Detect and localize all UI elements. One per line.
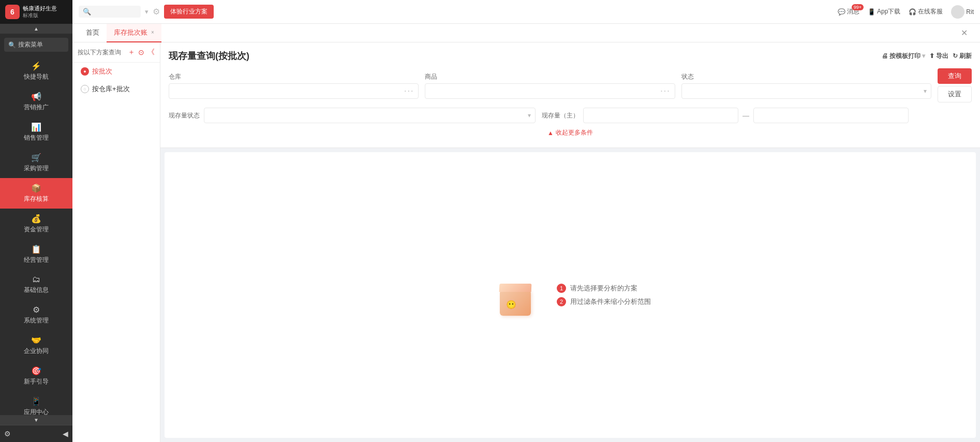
product-input[interactable]: ··· bbox=[425, 83, 675, 99]
scheme-item-by-warehouse-batch[interactable]: ○ 按仓库+批次 bbox=[72, 80, 160, 98]
sidebar-header: 6 畅康通好生意 标准版 bbox=[0, 0, 72, 24]
empty-hint-1: 1 请先选择要分析的方案 bbox=[557, 284, 651, 293]
sidebar-item-newbie[interactable]: 🎯 新手引导 bbox=[0, 361, 72, 391]
purchase-icon: 🛒 bbox=[31, 153, 41, 163]
content-area: 按以下方案查询 ＋ ⊙ 《 ● 按批次 ○ 按仓库+批次 现存量查询( bbox=[72, 42, 980, 442]
warehouse-filter: 仓库 ··· bbox=[169, 72, 419, 99]
hint-number-2: 2 bbox=[557, 297, 566, 306]
trial-button[interactable]: 体验行业方案 bbox=[164, 5, 214, 19]
sidebar: 6 畅康通好生意 标准版 ▲ 🔍 搜索菜单 ⚡ 快捷导航 📢 营销推广 📊 销售… bbox=[0, 0, 72, 442]
operation-icon: 📋 bbox=[31, 244, 41, 254]
sidebar-item-inventory[interactable]: 📦 库存核算 bbox=[0, 178, 72, 209]
scheme-settings-button[interactable]: ⊙ bbox=[138, 48, 144, 56]
empty-state: 😶 1 请先选择要分析的方案 2 用过滤条件来缩小分析范围 bbox=[165, 152, 976, 438]
right-panel: 现存量查询(按批次) 🖨 按模板打印 ▾ ⬆ 导出 ↻ bbox=[160, 42, 980, 442]
sidebar-search-area: 🔍 搜索菜单 bbox=[0, 34, 72, 56]
basic-icon: 🗂 bbox=[32, 275, 40, 284]
empty-hint-2: 2 用过滤条件来缩小分析范围 bbox=[557, 297, 651, 306]
sidebar-nav: ⚡ 快捷导航 📢 营销推广 📊 销售管理 🛒 采购管理 📦 库存核算 💰 资金管… bbox=[0, 56, 72, 415]
topbar-dropdown-icon[interactable]: ▾ bbox=[145, 8, 149, 16]
page-title: 现存量查询(按批次) 🖨 按模板打印 ▾ ⬆ 导出 ↻ bbox=[169, 50, 972, 62]
sidebar-scroll-up[interactable]: ▲ bbox=[0, 24, 72, 34]
stock-status-select[interactable]: ▾ bbox=[204, 108, 536, 123]
sidebar-item-operation[interactable]: 📋 经营管理 bbox=[0, 239, 72, 270]
sidebar-item-enterprise[interactable]: 🤝 企业协同 bbox=[0, 330, 72, 361]
edition-label: 标准版 bbox=[23, 12, 57, 19]
sidebar-item-finance[interactable]: 💰 资金管理 bbox=[0, 209, 72, 239]
collapse-icon: ▲ bbox=[547, 129, 554, 137]
query-button[interactable]: 查询 bbox=[938, 68, 972, 84]
system-icon: ⚙ bbox=[33, 305, 40, 315]
sidebar-collapse-button[interactable]: ◀ bbox=[63, 430, 68, 438]
topbar: 🔍 ▾ ⚙ 体验行业方案 💬 消息 99+ 📱 App下载 🎧 在线客服 Rit bbox=[72, 0, 980, 24]
app-download-button[interactable]: 📱 App下载 bbox=[868, 7, 900, 16]
print-button[interactable]: 🖨 按模板打印 ▾ bbox=[882, 52, 925, 61]
sidebar-item-apps[interactable]: 📱 应用中心 bbox=[0, 391, 72, 415]
hint-number-1: 1 bbox=[557, 284, 566, 293]
status-select[interactable]: ▾ bbox=[681, 83, 931, 99]
message-icon: 💬 bbox=[838, 8, 845, 16]
status-label: 状态 bbox=[681, 72, 931, 81]
stock-status-label: 现存量状态 bbox=[169, 111, 200, 120]
scheme-item-by-batch[interactable]: ● 按批次 bbox=[72, 63, 160, 80]
stock-qty-from-input[interactable] bbox=[583, 108, 738, 123]
export-button[interactable]: ⬆ 导出 bbox=[929, 52, 948, 61]
sidebar-scroll-down[interactable]: ▼ bbox=[0, 415, 72, 425]
warehouse-label: 仓库 bbox=[169, 72, 419, 81]
inactive-scheme-indicator: ○ bbox=[81, 85, 89, 93]
sidebar-settings-button[interactable]: ⚙ bbox=[4, 430, 11, 438]
search-icon: 🔍 bbox=[8, 41, 16, 49]
quick-nav-icon: ⚡ bbox=[31, 61, 41, 71]
stock-status-arrow: ▾ bbox=[528, 112, 531, 119]
tab-close-icon[interactable]: × bbox=[151, 30, 154, 35]
empty-hints: 1 请先选择要分析的方案 2 用过滤条件来缩小分析范围 bbox=[557, 284, 651, 306]
messages-button[interactable]: 💬 消息 99+ bbox=[838, 7, 859, 16]
sales-icon: 📊 bbox=[31, 122, 41, 132]
tab-inventory-batch[interactable]: 库存批次账 × bbox=[107, 24, 161, 42]
app-logo: 6 bbox=[5, 5, 20, 19]
topbar-settings-icon[interactable]: ⚙ bbox=[153, 7, 160, 17]
collapse-panel-button[interactable]: 《 bbox=[147, 48, 155, 57]
print-dropdown-icon[interactable]: ▾ bbox=[922, 52, 925, 60]
stock-status-filter: 现存量状态 ▾ bbox=[169, 108, 536, 123]
tab-panel-close-button[interactable]: ✕ bbox=[955, 28, 974, 38]
messages-badge: 99+ bbox=[852, 4, 864, 10]
tabs-bar: 首页 库存批次账 × ✕ bbox=[72, 24, 980, 42]
newbie-icon: 🎯 bbox=[31, 366, 41, 376]
warehouse-more-icon[interactable]: ··· bbox=[404, 86, 414, 96]
sidebar-item-system[interactable]: ⚙ 系统管理 bbox=[0, 300, 72, 330]
refresh-icon: ↻ bbox=[953, 52, 958, 60]
sidebar-item-marketing[interactable]: 📢 营销推广 bbox=[0, 86, 72, 117]
sidebar-item-quick-nav[interactable]: ⚡ 快捷导航 bbox=[0, 56, 72, 86]
user-profile-button[interactable]: Rit bbox=[951, 5, 974, 19]
status-select-arrow: ▾ bbox=[924, 87, 927, 95]
finance-icon: 💰 bbox=[31, 214, 41, 224]
stock-qty-filter: 现存量（主） — bbox=[542, 108, 909, 123]
stock-qty-to-input[interactable] bbox=[753, 108, 909, 123]
product-filter: 商品 ··· bbox=[425, 72, 675, 99]
topbar-search-area[interactable]: 🔍 bbox=[79, 6, 141, 18]
collapse-filter-button[interactable]: ▲ 收起更多条件 bbox=[169, 125, 972, 140]
print-icon: 🖨 bbox=[882, 52, 888, 60]
sidebar-item-basic[interactable]: 🗂 基础信息 bbox=[0, 270, 72, 300]
sidebar-search-button[interactable]: 🔍 搜索菜单 bbox=[4, 38, 68, 52]
online-service-button[interactable]: 🎧 在线客服 bbox=[909, 7, 943, 16]
status-filter: 状态 ▾ bbox=[681, 72, 931, 99]
product-more-icon[interactable]: ··· bbox=[660, 86, 670, 96]
qty-range-dash: — bbox=[743, 112, 749, 120]
sidebar-item-sales[interactable]: 📊 销售管理 bbox=[0, 117, 72, 148]
export-icon: ⬆ bbox=[929, 52, 934, 60]
active-scheme-indicator: ● bbox=[81, 67, 89, 76]
settings-button[interactable]: 设置 bbox=[938, 86, 972, 102]
topbar-right: 💬 消息 99+ 📱 App下载 🎧 在线客服 Rit bbox=[838, 5, 974, 19]
filter-row-2: 现存量状态 ▾ 现存量（主） — bbox=[169, 108, 972, 123]
sidebar-item-purchase[interactable]: 🛒 采购管理 bbox=[0, 148, 72, 178]
refresh-button[interactable]: ↻ 刷新 bbox=[953, 52, 972, 61]
left-panel: 按以下方案查询 ＋ ⊙ 《 ● 按批次 ○ 按仓库+批次 bbox=[72, 42, 160, 442]
brand-name: 畅康通好生意 bbox=[23, 5, 57, 12]
enterprise-icon: 🤝 bbox=[31, 335, 41, 345]
add-scheme-button[interactable]: ＋ bbox=[128, 48, 135, 57]
warehouse-input[interactable]: ··· bbox=[169, 83, 419, 99]
tab-home[interactable]: 首页 bbox=[79, 24, 107, 42]
topbar-search-input[interactable] bbox=[93, 8, 135, 16]
